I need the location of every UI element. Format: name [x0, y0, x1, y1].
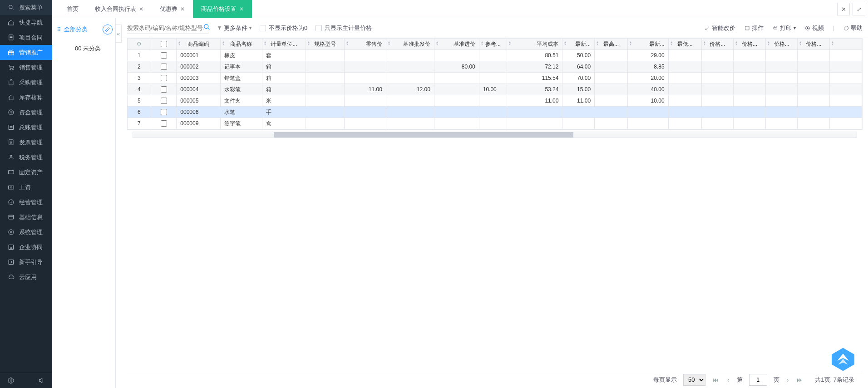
row-checkbox[interactable] — [161, 75, 167, 81]
column-header[interactable]: ▴▾ — [830, 39, 862, 50]
sort-icon[interactable]: ▴▾ — [264, 41, 266, 45]
sidebar-item-cloud[interactable]: 云应用 — [0, 270, 52, 285]
column-header[interactable]: ▴▾商品编码 — [177, 39, 221, 50]
sort-icon[interactable]: ▴▾ — [388, 41, 390, 45]
row-checkbox[interactable] — [161, 120, 167, 127]
sort-icon[interactable]: ▴▾ — [308, 41, 310, 45]
sort-icon[interactable]: ▴▾ — [564, 41, 566, 45]
column-header[interactable]: ⚙ — [128, 39, 151, 50]
table-row[interactable]: 7000009签字笔盒 — [128, 118, 862, 129]
tabs-expand-button[interactable]: ⤢ — [853, 3, 865, 15]
sort-icon[interactable]: ▴▾ — [630, 41, 631, 45]
column-header[interactable]: ▴▾最低... — [669, 39, 702, 50]
video-button[interactable]: 视频 — [805, 24, 824, 32]
column-header[interactable]: ▴▾最高... — [595, 39, 628, 50]
sidebar-item-bag[interactable]: 采购管理 — [0, 75, 52, 90]
sort-icon[interactable]: ▴▾ — [768, 41, 769, 45]
column-header[interactable]: ▴▾规格型号 — [306, 39, 345, 50]
help-button[interactable]: 帮助 — [843, 24, 863, 32]
sidebar-item-tax[interactable]: 税务管理 — [0, 150, 52, 165]
row-checkbox[interactable] — [161, 64, 167, 70]
column-header[interactable]: ▴▾价格... — [702, 39, 734, 50]
edit-categories-button[interactable] — [103, 25, 113, 34]
search-field[interactable] — [127, 22, 209, 34]
table-row[interactable]: 6000006水笔手 — [128, 107, 862, 118]
sidebar-item-search[interactable]: 搜索菜单 — [0, 0, 52, 15]
sort-icon[interactable]: ▴▾ — [671, 41, 672, 45]
close-icon[interactable]: ✕ — [180, 6, 185, 12]
collapse-left-panel-button[interactable]: « — [115, 25, 122, 43]
sidebar-item-doc[interactable]: 项目合同 — [0, 30, 52, 45]
sort-icon[interactable]: ▴▾ — [799, 41, 801, 45]
column-header[interactable]: ▴▾商品名称 — [221, 39, 262, 50]
table-row[interactable]: 5000005文件夹米11.0011.0010.00 — [128, 95, 862, 107]
sidebar-item-asset[interactable]: 固定资产 — [0, 165, 52, 180]
column-header[interactable]: ▴▾基准进价 — [434, 39, 479, 50]
column-header[interactable]: ▴▾基准批发价 — [386, 39, 434, 50]
table-row[interactable]: 3000003铅笔盒箱115.5470.0020.00 — [128, 73, 862, 84]
column-header[interactable] — [151, 39, 177, 50]
page-input[interactable] — [749, 374, 767, 386]
sort-icon[interactable]: ▴▾ — [436, 41, 438, 45]
sidebar-item-biz[interactable]: 经营管理 — [0, 195, 52, 210]
assistant-badge[interactable] — [830, 346, 856, 373]
search-input[interactable] — [127, 25, 203, 31]
more-conditions-button[interactable]: 更多条件 ▾ — [217, 24, 252, 32]
close-icon[interactable]: ✕ — [239, 6, 244, 12]
last-page-button[interactable]: ⏭ — [796, 376, 804, 383]
sidebar-item-house[interactable]: 库存核算 — [0, 90, 52, 105]
per-page-select[interactable]: 50 — [683, 374, 705, 386]
tab[interactable]: 首页 — [59, 0, 87, 18]
tab[interactable]: 收入合同执行表✕ — [87, 0, 152, 18]
column-header[interactable]: ▴▾最新... — [562, 39, 595, 50]
sidebar-item-gift[interactable]: 营销推广 — [0, 45, 52, 60]
category-tree-item[interactable]: 00 未分类 — [57, 43, 113, 54]
sort-icon[interactable]: ▴▾ — [735, 41, 737, 45]
print-button[interactable]: 打印▾ — [773, 24, 796, 32]
sidebar-item-ledger[interactable]: 总账管理 — [0, 120, 52, 135]
tabs-close-button[interactable]: ✕ — [837, 3, 850, 15]
sound-icon[interactable] — [38, 377, 45, 384]
first-page-button[interactable]: ⏮ — [712, 376, 720, 383]
sort-icon[interactable]: ▴▾ — [346, 41, 348, 45]
table-row[interactable]: 4000004水彩笔箱11.0012.0010.0053.2415.0040.0… — [128, 84, 862, 95]
select-all-checkbox[interactable] — [161, 41, 167, 47]
settings-icon[interactable] — [7, 377, 15, 384]
sort-icon[interactable]: ▴▾ — [597, 41, 598, 45]
search-icon[interactable] — [203, 24, 210, 32]
column-header[interactable]: ▴▾价格... — [766, 39, 798, 50]
gear-icon[interactable]: ⚙ — [137, 41, 142, 47]
column-header[interactable]: ▴▾计量单位... — [262, 39, 306, 50]
row-checkbox[interactable] — [161, 86, 167, 93]
smart-edit-button[interactable]: 智能改价 — [705, 24, 735, 32]
sidebar-item-sys[interactable]: 系统管理 — [0, 225, 52, 240]
tab[interactable]: 优惠券✕ — [152, 0, 193, 18]
table-row[interactable]: 2000002记事本箱80.0072.1264.008.85 — [128, 61, 862, 73]
sort-icon[interactable]: ▴▾ — [178, 41, 180, 45]
sidebar-item-home[interactable]: 快捷导航 — [0, 15, 52, 30]
tab[interactable]: 商品价格设置✕ — [193, 0, 252, 18]
sidebar-item-cart[interactable]: 销售管理 — [0, 60, 52, 75]
sidebar-item-invoice[interactable]: 发票管理 — [0, 135, 52, 150]
all-categories-label[interactable]: 全部分类 — [64, 25, 88, 34]
sort-icon[interactable]: ▴▾ — [509, 41, 511, 45]
row-checkbox[interactable] — [161, 109, 167, 115]
operate-button[interactable]: 操作 — [745, 24, 764, 32]
next-page-button[interactable]: › — [786, 376, 790, 383]
column-header[interactable]: ▴▾平均成本 — [507, 39, 562, 50]
scrollbar-thumb[interactable] — [274, 132, 573, 138]
prev-page-button[interactable]: ‹ — [726, 376, 730, 383]
sort-icon[interactable]: ▴▾ — [832, 41, 833, 45]
column-header[interactable]: ▴▾价格... — [734, 39, 766, 50]
column-header[interactable]: ▴▾最新... — [628, 39, 668, 50]
sidebar-item-guide[interactable]: 新手引导 — [0, 255, 52, 270]
horizontal-scrollbar[interactable] — [133, 132, 857, 138]
sidebar-item-base[interactable]: 基础信息 — [0, 210, 52, 225]
sidebar-item-salary[interactable]: 工资 — [0, 180, 52, 195]
sort-icon[interactable]: ▴▾ — [222, 41, 224, 45]
column-header[interactable]: ▴▾零售价 — [345, 39, 386, 50]
table-row[interactable]: 1000001橡皮套80.5150.0029.00 — [128, 50, 862, 61]
sidebar-item-team[interactable]: 企业协同 — [0, 240, 52, 255]
sidebar-item-coin[interactable]: 资金管理 — [0, 105, 52, 120]
sort-icon[interactable]: ▴▾ — [481, 41, 483, 45]
